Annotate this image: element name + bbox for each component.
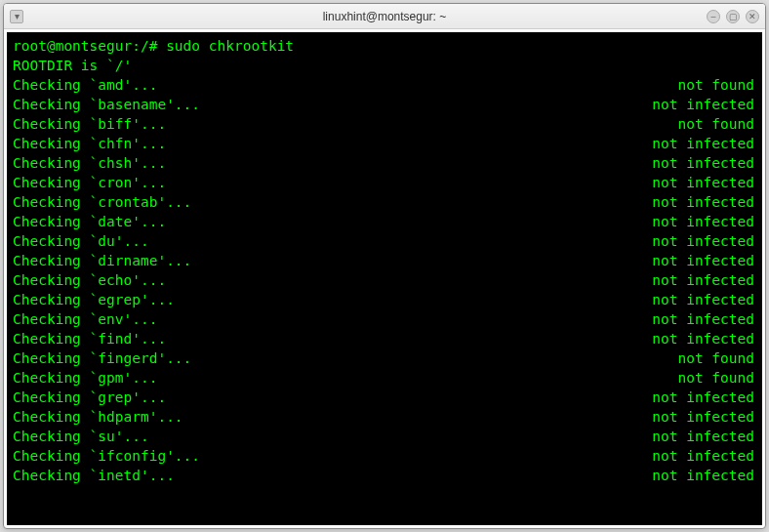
- check-name: Checking `amd'...: [13, 75, 157, 95]
- check-row: Checking `cron'...not infected: [13, 173, 756, 192]
- check-name: Checking `gpm'...: [13, 368, 157, 388]
- check-row: Checking `inetd'...not infected: [13, 466, 756, 485]
- check-row: Checking `dirname'...not infected: [13, 251, 756, 270]
- check-status: not infected: [652, 134, 756, 153]
- close-button[interactable]: ✕: [746, 10, 759, 23]
- check-status: not infected: [652, 95, 756, 114]
- check-row: Checking `chsh'...not infected: [13, 153, 756, 173]
- check-name: Checking `crontab'...: [13, 192, 191, 212]
- check-name: Checking `date'...: [13, 212, 166, 231]
- check-status: not infected: [652, 309, 756, 329]
- check-name: Checking `biff'...: [13, 114, 166, 134]
- check-name: Checking `egrep'...: [13, 290, 175, 309]
- check-row: Checking `env'...not infected: [13, 309, 756, 329]
- check-row: Checking `find'...not infected: [13, 329, 756, 348]
- terminal-body[interactable]: root@montsegur:/# sudo chkrootkit ROOTDI…: [7, 32, 762, 525]
- prompt-line: root@montsegur:/# sudo chkrootkit: [13, 36, 756, 56]
- check-name: Checking `chfn'...: [13, 134, 166, 153]
- check-row: Checking `hdparm'...not infected: [13, 407, 756, 427]
- prompt-command: sudo chkrootkit: [166, 38, 294, 54]
- terminal-window: ▾ linuxhint@montsegur: ~ – ▢ ✕ root@mont…: [3, 3, 766, 529]
- check-row: Checking `fingerd'...not found: [13, 348, 756, 368]
- check-name: Checking `cron'...: [13, 173, 166, 192]
- check-status: not infected: [652, 212, 756, 231]
- check-row: Checking `ifconfig'...not infected: [13, 446, 756, 466]
- check-row: Checking `amd'...not found: [13, 75, 756, 95]
- check-name: Checking `basename'...: [13, 95, 200, 114]
- checks-output: Checking `amd'...not foundChecking `base…: [13, 75, 756, 485]
- check-name: Checking `chsh'...: [13, 153, 166, 173]
- check-row: Checking `crontab'...not infected: [13, 192, 756, 212]
- check-status: not infected: [652, 466, 756, 485]
- check-name: Checking `du'...: [13, 231, 149, 251]
- check-status: not infected: [652, 192, 756, 212]
- check-status: not infected: [652, 173, 756, 192]
- check-name: Checking `env'...: [13, 309, 157, 329]
- check-status: not infected: [652, 270, 756, 290]
- check-name: Checking `grep'...: [13, 388, 166, 407]
- check-status: not found: [677, 114, 756, 134]
- check-name: Checking `find'...: [13, 329, 166, 348]
- check-status: not infected: [652, 329, 756, 348]
- check-status: not found: [677, 368, 756, 388]
- check-status: not found: [677, 75, 756, 95]
- check-name: Checking `ifconfig'...: [13, 446, 200, 466]
- check-name: Checking `fingerd'...: [13, 348, 191, 368]
- check-name: Checking `inetd'...: [13, 466, 175, 485]
- window-title: linuxhint@montsegur: ~: [323, 10, 447, 23]
- check-status: not infected: [652, 388, 756, 407]
- minimize-button[interactable]: –: [707, 10, 720, 23]
- check-row: Checking `gpm'...not found: [13, 368, 756, 388]
- check-status: not found: [677, 348, 756, 368]
- check-row: Checking `du'...not infected: [13, 231, 756, 251]
- check-status: not infected: [652, 427, 756, 446]
- check-name: Checking `su'...: [13, 427, 149, 446]
- window-controls: – ▢ ✕: [707, 10, 759, 23]
- prompt-prefix: root@montsegur:/#: [13, 38, 157, 54]
- check-row: Checking `echo'...not infected: [13, 270, 756, 290]
- check-row: Checking `su'...not infected: [13, 427, 756, 446]
- check-row: Checking `biff'...not found: [13, 114, 756, 134]
- check-status: not infected: [652, 153, 756, 173]
- check-status: not infected: [652, 446, 756, 466]
- check-row: Checking `date'...not infected: [13, 212, 756, 231]
- maximize-button[interactable]: ▢: [726, 10, 740, 23]
- check-name: Checking `dirname'...: [13, 251, 191, 270]
- check-row: Checking `basename'...not infected: [13, 95, 756, 114]
- window-titlebar[interactable]: ▾ linuxhint@montsegur: ~ – ▢ ✕: [4, 4, 765, 29]
- check-status: not infected: [652, 251, 756, 270]
- window-menu-icon[interactable]: ▾: [10, 10, 23, 23]
- check-status: not infected: [652, 407, 756, 427]
- check-row: Checking `grep'...not infected: [13, 388, 756, 407]
- check-status: not infected: [652, 290, 756, 309]
- check-row: Checking `chfn'...not infected: [13, 134, 756, 153]
- check-name: Checking `echo'...: [13, 270, 166, 290]
- rootdir-line: ROOTDIR is `/': [13, 56, 756, 75]
- check-status: not infected: [652, 231, 756, 251]
- check-name: Checking `hdparm'...: [13, 407, 183, 427]
- check-row: Checking `egrep'...not infected: [13, 290, 756, 309]
